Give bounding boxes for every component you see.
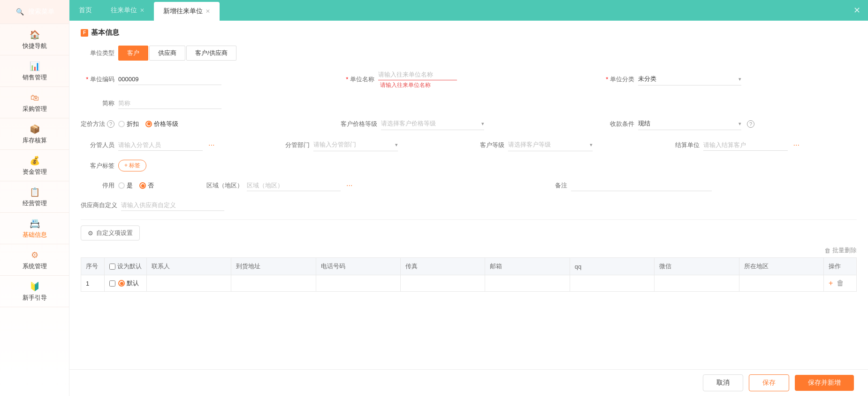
- window-close-button[interactable]: ✕: [846, 0, 868, 21]
- cell-contact[interactable]: [147, 275, 231, 292]
- batch-delete-label: 批量删除: [832, 246, 857, 255]
- short-name-input[interactable]: [118, 98, 221, 109]
- unit-info-row: 单位编码 单位名称 请输入往来单位名称 单位分类 未分类 ▾: [81, 69, 857, 89]
- customer-level-field: 客户等级 请选择客户等级 ▾: [471, 139, 662, 151]
- type-btn-customer[interactable]: 客户: [118, 46, 148, 61]
- dept-select[interactable]: 请输入分管部门 ▾: [313, 139, 398, 151]
- fax-input[interactable]: [405, 280, 480, 287]
- row-add-button[interactable]: +: [829, 279, 833, 287]
- payment-terms-value: 现结: [638, 119, 737, 128]
- price-level-chevron: ▾: [481, 121, 484, 127]
- sidebar-item-basic[interactable]: 📇 基础信息: [0, 213, 69, 244]
- contact-input[interactable]: [152, 280, 226, 287]
- supplier-custom-input[interactable]: [121, 200, 224, 211]
- sidebar-item-finance[interactable]: 💰 资金管理: [0, 150, 69, 181]
- settlement-field: 结算单位 ···: [666, 140, 857, 151]
- row-default-circle: [118, 280, 125, 287]
- sidebar-search-item[interactable]: 🔍 搜索菜单: [0, 0, 69, 24]
- section-basic-info: F 基本信息: [81, 28, 857, 37]
- table-header-row: 序号 设为默认 联系人 到货地址 电话号码 传真 邮箱 qq 微信 所在地区: [81, 258, 857, 275]
- cell-fax[interactable]: [401, 275, 485, 292]
- sidebar-item-system[interactable]: ⚙ 系统管理: [0, 244, 69, 276]
- batch-delete-button[interactable]: 🗑 批量删除: [824, 246, 857, 255]
- remark-input[interactable]: [571, 180, 712, 191]
- manager-input[interactable]: [118, 140, 203, 151]
- radio-no-label: 否: [148, 181, 154, 190]
- tab-home[interactable]: 首页: [69, 0, 101, 21]
- sidebar-item-purchase[interactable]: 🛍 采购管理: [0, 87, 69, 118]
- price-level-select[interactable]: 请选择客户价格等级 ▾: [381, 117, 484, 130]
- region-field: 区域（地区） ···: [206, 180, 530, 191]
- sidebar-item-sales[interactable]: 📊 销售管理: [0, 55, 69, 87]
- cell-region[interactable]: [739, 275, 823, 292]
- region-label: 区域（地区）: [206, 181, 243, 190]
- unit-category-select[interactable]: 未分类 ▾: [638, 73, 741, 85]
- pricing-help-icon[interactable]: ?: [107, 120, 114, 128]
- sidebar-label-inventory: 库存核算: [23, 136, 47, 145]
- custom-settings-button[interactable]: ⚙ 自定义项设置: [81, 225, 140, 241]
- section-icon: F: [81, 29, 88, 37]
- disabled-radio-no[interactable]: 否: [139, 181, 154, 190]
- manager-label: 分管人员: [81, 141, 114, 149]
- inventory-icon: 📦: [30, 124, 40, 134]
- tab-partner-list-close[interactable]: ✕: [140, 7, 145, 14]
- sidebar-item-guide[interactable]: 🔰 新手引导: [0, 276, 69, 307]
- region-input[interactable]: [247, 180, 341, 191]
- col-action: 操作: [824, 258, 857, 275]
- payment-terms-help-icon[interactable]: ?: [747, 120, 754, 128]
- pricing-radio-level[interactable]: 价格等级: [145, 120, 178, 128]
- cell-action: + 🗑: [824, 275, 857, 292]
- dept-label: 分管部门: [276, 141, 310, 149]
- cell-index: 1: [81, 275, 105, 292]
- settlement-input[interactable]: [703, 140, 788, 151]
- cell-phone[interactable]: [316, 275, 400, 292]
- main-area: 首页 往来单位 ✕ 新增往来单位 ✕ ✕ F 基本信息 单位类型 客户 供应商 …: [69, 0, 868, 396]
- cell-email[interactable]: [485, 275, 570, 292]
- type-btn-both[interactable]: 客户/供应商: [186, 46, 236, 61]
- cell-wechat[interactable]: [655, 275, 739, 292]
- unit-name-input[interactable]: [378, 69, 457, 80]
- customer-level-select[interactable]: 请选择客户等级 ▾: [508, 139, 593, 151]
- type-btn-supplier[interactable]: 供应商: [149, 46, 185, 61]
- email-input[interactable]: [490, 280, 564, 287]
- cell-address[interactable]: [231, 275, 316, 292]
- content-area: F 基本信息 单位类型 客户 供应商 客户/供应商 单位编码 单位名称: [69, 21, 868, 396]
- sidebar-item-quick-nav[interactable]: 🏠 快捷导航: [0, 24, 69, 55]
- tab-partner-list[interactable]: 往来单位 ✕: [101, 0, 154, 21]
- select-all-checkbox[interactable]: [109, 264, 115, 270]
- sidebar-item-inventory[interactable]: 📦 库存核算: [0, 118, 69, 150]
- short-name-label: 简称: [81, 99, 114, 108]
- wechat-input[interactable]: [659, 280, 734, 287]
- settings-gear-icon: ⚙: [88, 230, 93, 237]
- col-phone: 电话号码: [316, 258, 400, 275]
- cancel-button[interactable]: 取消: [703, 374, 743, 391]
- qq-input[interactable]: [575, 280, 649, 287]
- radio-yes-label: 是: [127, 181, 133, 190]
- region-more-btn[interactable]: ···: [344, 181, 354, 190]
- region-cell-input[interactable]: [744, 280, 819, 287]
- payment-terms-select[interactable]: 现结 ▾: [638, 117, 741, 130]
- unit-code-input[interactable]: [118, 74, 221, 85]
- row-default-radio[interactable]: 默认: [118, 279, 139, 287]
- unit-category-value: 未分类: [638, 75, 737, 83]
- sales-icon: 📊: [30, 61, 40, 71]
- settlement-more-btn[interactable]: ···: [792, 141, 801, 149]
- save-button[interactable]: 保存: [749, 374, 789, 391]
- pricing-radio-discount[interactable]: 折扣: [118, 120, 139, 128]
- phone-input[interactable]: [321, 280, 396, 287]
- cell-qq[interactable]: [570, 275, 654, 292]
- search-icon: 🔍: [15, 7, 25, 17]
- add-tag-button[interactable]: + 标签: [118, 160, 146, 171]
- row-delete-button[interactable]: 🗑: [837, 279, 844, 287]
- payment-terms-label: 收款条件: [601, 120, 634, 128]
- save-new-button[interactable]: 保存并新增: [795, 375, 854, 391]
- manager-more-btn[interactable]: ···: [206, 141, 216, 149]
- disabled-radio-yes[interactable]: 是: [118, 181, 133, 190]
- row-checkbox[interactable]: [109, 280, 115, 287]
- address-input[interactable]: [236, 280, 311, 287]
- disabled-field: 停用 是 否: [81, 181, 203, 190]
- col-fax: 传真: [401, 258, 485, 275]
- sidebar-item-operations[interactable]: 📋 经营管理: [0, 181, 69, 213]
- tab-new-partner-close[interactable]: ✕: [206, 8, 210, 15]
- tab-new-partner[interactable]: 新增往来单位 ✕: [154, 2, 220, 21]
